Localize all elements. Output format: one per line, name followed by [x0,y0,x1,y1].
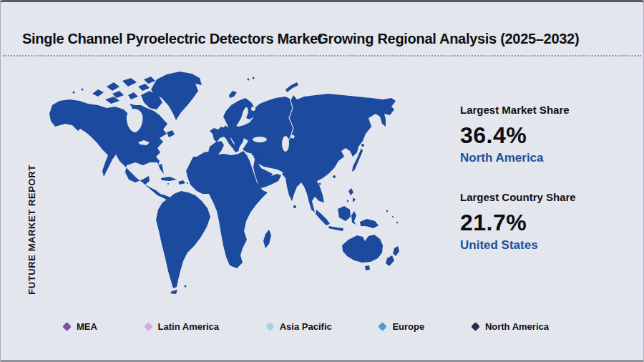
tasmania-shape [365,265,370,270]
infographic-frame: Single Channel Pyroelectric Detectors Ma… [0,0,644,362]
australia-shape [342,235,383,263]
iceland-shape [229,91,237,98]
cuba-shape [161,177,177,181]
new-zealand-north-shape [393,246,399,256]
legend-item-asia-pacific: Asia Pacific [267,321,332,332]
diamond-marker-icon [471,322,480,331]
new-zealand-south-shape [386,255,394,266]
stat-region: United States [460,238,625,253]
borneo-shape [338,206,351,221]
legend-item-mea: MEA [64,321,97,332]
legend-label: Europe [392,321,424,332]
stat-value: 36.4% [460,122,625,149]
legend-label: MEA [77,321,97,332]
brand-watermark: FUTURE MARKET REPORT [26,165,37,295]
landmasses [49,72,399,294]
legend-label: Latin America [158,321,220,332]
madagascar-shape [263,230,271,248]
black-sea-cutout [253,137,267,142]
diamond-marker-icon [62,322,72,331]
legend-label: North America [485,321,549,332]
north-america-shape [49,99,170,200]
page-title: Single Channel Pyroelectric Detectors Ma… [22,31,638,47]
newfoundland-shape [167,130,175,137]
title-analysis: Growing Regional Analysis (2025–2032) [317,31,579,47]
diamond-marker-icon [144,322,153,331]
legend: MEA Latin America Asia Pacific Europe No… [64,321,549,332]
legend-item-europe: Europe [379,321,424,332]
philippines-shape [348,188,353,195]
world-map [45,68,449,304]
stat-label: Largest Market Share [460,104,625,116]
greenland-shape [151,72,202,120]
sumatra-shape [316,210,330,225]
stat-country-share: Largest Country Share 21.7% United State… [460,191,625,253]
white-sea-cutout [251,107,255,111]
legend-item-latin-america: Latin America [145,321,220,332]
dotted-divider [3,55,641,57]
stat-label: Largest Country Share [460,191,625,203]
stats-panel: Largest Market Share 36.4% North America… [460,104,625,253]
diamond-marker-icon [379,322,388,331]
sulawesi-shape [351,211,356,225]
legend-item-north-america: North America [472,321,549,332]
new-guinea-shape [360,219,379,228]
diamond-marker-icon [265,322,275,331]
stat-region: North America [460,151,625,165]
stat-market-share: Largest Market Share 36.4% North America [460,104,625,165]
title-market: Single Channel Pyroelectric Detectors Ma… [22,31,322,47]
caspian-sea-cutout [282,136,289,152]
stat-value: 21.7% [460,210,625,236]
legend-label: Asia Pacific [280,321,332,332]
south-america-shape [156,191,210,288]
java-shape [328,226,343,231]
